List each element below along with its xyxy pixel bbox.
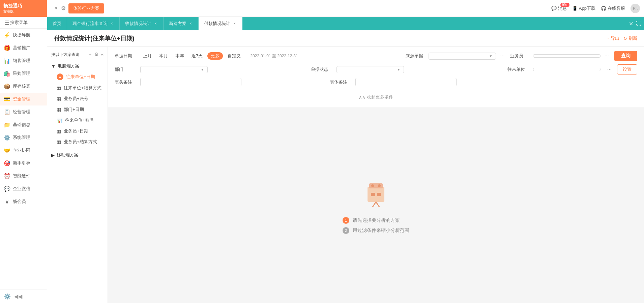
export-btn[interactable]: ↑ 导出 bbox=[607, 35, 620, 41]
source-bill-select[interactable]: ▼ bbox=[429, 53, 496, 60]
tab-payment-stats[interactable]: 付款情况统计 × bbox=[199, 17, 242, 30]
table-head-note-label: 表头备注 bbox=[115, 79, 135, 85]
partner-select[interactable] bbox=[533, 68, 601, 71]
scheme-group-mobile-header[interactable]: ▶ 移动端方案 bbox=[47, 150, 108, 160]
scheme-group-mobile-arrow: ▶ bbox=[51, 153, 55, 158]
marketing-icon: 🎁 bbox=[4, 45, 10, 51]
scheme-item-icon-4: 📊 bbox=[57, 118, 62, 123]
tab-income-stats[interactable]: 收款情况统计 × bbox=[120, 17, 164, 30]
scheme-item-partner-account[interactable]: 📊 往来单位+账号 bbox=[47, 115, 108, 126]
add-scheme-icon[interactable]: ＋ bbox=[88, 52, 92, 58]
sidebar-item-wechat[interactable]: 💬 企业微信 bbox=[0, 182, 47, 195]
scheme-item-salesman-account[interactable]: ▦ 业务员+账号 bbox=[47, 93, 108, 104]
scheme-item-salesman-date[interactable]: ▦ 业务员+日期 bbox=[47, 126, 108, 137]
scheme-group-mobile: ▶ 移动端方案 bbox=[47, 149, 108, 161]
query-btn[interactable]: 查询 bbox=[614, 51, 637, 61]
sidebar-item-guide[interactable]: 🎯 新手引导 bbox=[0, 157, 47, 170]
date-opt-last-month[interactable]: 上月 bbox=[140, 52, 154, 60]
user-name-display: Rit bbox=[633, 6, 637, 10]
messages-btn[interactable]: 💬 消息 99+ bbox=[551, 5, 567, 11]
scheme-item-icon-3: ▦ bbox=[57, 107, 61, 112]
inventory-icon: 📦 bbox=[4, 83, 10, 89]
date-opt-this-year[interactable]: 本年 bbox=[173, 52, 187, 60]
scheme-item-salesman-account-label: 业务员+账号 bbox=[64, 96, 88, 102]
scheme-item-dept-date[interactable]: ▦ 部门+日期 bbox=[47, 104, 108, 115]
date-opt-this-month[interactable]: 本月 bbox=[156, 52, 171, 60]
sidebar-bottom: ⚙️ ◀◀ bbox=[0, 290, 47, 303]
wechat-label: 企业微信 bbox=[13, 186, 30, 192]
scheme-item-partner-account-label: 往来单位+账号 bbox=[65, 117, 94, 123]
header-settings-icon[interactable]: ⚙ bbox=[61, 5, 66, 11]
date-opt-7days[interactable]: 近7天 bbox=[189, 52, 205, 60]
tab-new-scheme-close[interactable]: × bbox=[188, 21, 193, 27]
sidebar-item-hardware[interactable]: ⏰ 智能硬件 bbox=[0, 170, 47, 182]
app-download-label: App下载 bbox=[579, 5, 595, 11]
online-service-btn[interactable]: 🎧 在线客服 bbox=[601, 5, 625, 11]
bill-status-arrow: ▼ bbox=[397, 68, 400, 71]
tab-new-scheme[interactable]: 新建方案 × bbox=[164, 17, 199, 30]
table-body-note-input[interactable] bbox=[355, 78, 457, 86]
tab-bank-flow-close[interactable]: × bbox=[110, 21, 114, 27]
edit-scheme-icon[interactable]: ⚙ bbox=[94, 52, 99, 58]
source-bill-dots[interactable]: ··· bbox=[500, 53, 504, 59]
tab-income-stats-close[interactable]: × bbox=[153, 21, 158, 27]
tab-payment-stats-close[interactable]: × bbox=[232, 21, 237, 27]
search-menu-item[interactable]: ☰ 搜索菜单 bbox=[0, 17, 47, 29]
sidebar-item-inventory[interactable]: 📦 库存核算 bbox=[0, 80, 47, 93]
partner-dots[interactable]: ··· bbox=[607, 66, 612, 72]
app-download-btn[interactable]: 📱 App下载 bbox=[572, 5, 595, 11]
scheme-item-partner-date[interactable]: ● 往来单位+日期 bbox=[47, 71, 108, 83]
sidebar-item-member[interactable]: ∨ 畅会员 bbox=[0, 195, 47, 208]
scheme-group-pc-header[interactable]: ▼ 电脑端方案 bbox=[47, 61, 108, 71]
scheme-item-salesman-date-label: 业务员+日期 bbox=[64, 128, 88, 134]
sidebar-item-sales[interactable]: 📊 销售管理 bbox=[0, 54, 47, 67]
sidebar-item-quick-nav[interactable]: ⚡ 快捷导航 bbox=[0, 29, 47, 41]
sidebar-item-enterprise[interactable]: 🤝 企业协同 bbox=[0, 144, 47, 157]
close-tab-icon[interactable]: ✕ bbox=[629, 21, 633, 27]
collapse-scheme-icon[interactable]: « bbox=[101, 52, 104, 58]
sidebar-item-capital[interactable]: 💳 资金管理 bbox=[0, 93, 47, 105]
sidebar-item-purchase[interactable]: 🛍️ 采购管理 bbox=[0, 67, 47, 80]
collapse-more-btn[interactable]: ∧∧ 收起更多条件 bbox=[115, 91, 637, 103]
salesman-dots[interactable]: ··· bbox=[605, 53, 609, 59]
scheme-item-dept-date-label: 部门+日期 bbox=[64, 107, 84, 113]
scheme-panel: 按以下方案查询 ＋ ⚙ « ▼ 电脑端方案 ● 往来单位+日期 bbox=[47, 47, 108, 303]
tab-bank-flow[interactable]: 现金银行流水查询 × bbox=[67, 17, 120, 30]
user-profile[interactable]: Rit bbox=[631, 4, 640, 13]
content: 付款情况统计(往来单位+日期) ↑ 导出 ↻ 刷新 按以下方案查询 ＋ bbox=[47, 30, 644, 303]
date-opt-more[interactable]: 更多 bbox=[207, 52, 223, 60]
bill-status-select[interactable]: ▼ bbox=[336, 66, 404, 73]
scheme-item-salesman-settlement[interactable]: ▦ 业务员+结算方式 bbox=[47, 137, 108, 147]
sales-label: 销售管理 bbox=[13, 58, 30, 64]
dept-arrow: ▼ bbox=[201, 68, 204, 71]
table-head-note-input[interactable] bbox=[140, 78, 241, 86]
dept-select[interactable]: ▼ bbox=[140, 66, 208, 73]
maximize-tab-icon[interactable]: ⛶ bbox=[636, 21, 641, 27]
trial-btn[interactable]: 体验行业方案 bbox=[68, 3, 104, 13]
bill-status-label: 单据状态 bbox=[311, 66, 331, 72]
sidebar-item-system[interactable]: ⚙️ 系统管理 bbox=[0, 131, 47, 144]
refresh-btn[interactable]: ↻ 刷新 bbox=[623, 35, 637, 41]
guide-label: 新手引导 bbox=[13, 160, 30, 166]
salesman-select[interactable] bbox=[533, 54, 601, 58]
sidebar-item-operations[interactable]: 📋 经营管理 bbox=[0, 105, 47, 118]
collapse-up-icon: ∧∧ bbox=[359, 95, 365, 100]
settings-btn[interactable]: 设置 bbox=[617, 64, 637, 74]
scheme-item-partner-date-label: 往来单位+日期 bbox=[66, 74, 95, 80]
member-icon: ∨ bbox=[4, 199, 10, 205]
main: ▼ ⚙ 体验行业方案 💬 消息 99+ 📱 App下载 🎧 在线客服 Rit bbox=[47, 0, 644, 303]
settings-bottom-icon[interactable]: ⚙️ bbox=[4, 293, 11, 300]
tab-home[interactable]: 首页 bbox=[47, 17, 67, 30]
source-bill-label: 来源单据 bbox=[406, 53, 426, 59]
sidebar-item-basic[interactable]: 📁 基础信息 bbox=[0, 118, 47, 131]
empty-state: 1 请先选择要分析的方案 2 用过滤条件来缩小分析范围 bbox=[108, 107, 644, 303]
online-service-label: 在线客服 bbox=[608, 5, 625, 11]
collapse-sidebar-icon[interactable]: ◀◀ bbox=[14, 293, 22, 300]
date-opt-custom[interactable]: 自定义 bbox=[225, 52, 243, 60]
header-dropdown-icon[interactable]: ▼ bbox=[54, 6, 58, 11]
avatar: Rit bbox=[631, 4, 640, 13]
sidebar-item-marketing[interactable]: 🎁 营销推广 bbox=[0, 41, 47, 54]
scheme-item-partner-settlement[interactable]: ▦ 往来单位+结算方式 bbox=[47, 83, 108, 93]
quick-nav-label: 快捷导航 bbox=[13, 32, 30, 38]
empty-tip-1: 1 请先选择要分析的方案 bbox=[343, 217, 409, 224]
